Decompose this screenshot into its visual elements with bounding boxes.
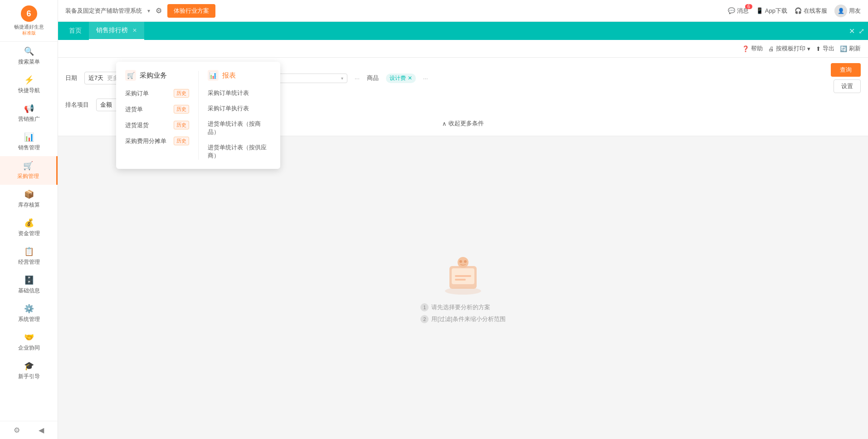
svg-rect-7 — [455, 279, 466, 281]
print-btn[interactable]: 🖨 按模板打印 ▾ — [768, 44, 810, 53]
marketing-icon: 📢 — [24, 104, 34, 113]
sidebar-collapse-btn[interactable]: ◀ — [39, 426, 44, 434]
sidebar-settings-btn[interactable]: ⚙ — [14, 426, 20, 434]
main-content: 装备及固定资产辅助管理系统 ▾ ⚙ 体验行业方案 💬 消息 6 📱 App下载 … — [58, 0, 868, 439]
menu-item-inbound-stats-goods[interactable]: 进货单统计表（按商品） — [202, 116, 277, 140]
sidebar-item-purchase[interactable]: 🛒采购管理 — [0, 156, 58, 185]
goods-more-dots[interactable]: ··· — [423, 75, 428, 82]
sidebar-item-newbie[interactable]: 🎓新手引导 — [0, 356, 58, 385]
sidebar-item-sales[interactable]: 📊销售管理 — [0, 128, 58, 156]
history-badge-2: 历史 — [174, 121, 189, 129]
empty-tips: 1 请先选择要分析的方案 2 用[过滤]条件来缩小分析范围 — [420, 303, 505, 323]
filter-settings-btn[interactable]: 设置 — [834, 79, 861, 93]
newbie-icon: 🎓 — [24, 361, 34, 371]
tab-sales-rank-label: 销售排行榜 — [96, 26, 128, 35]
logo-icon: 6 — [21, 5, 37, 22]
purchase-icon: 🛒 — [23, 161, 33, 171]
purchase-header-icon: 🛒 — [125, 70, 136, 81]
sidebar-item-search[interactable]: 🔍搜索菜单 — [0, 42, 58, 70]
user-label: 用友 — [849, 7, 861, 15]
history-badge-0: 历史 — [174, 89, 189, 98]
collapse-label: 收起更多条件 — [449, 119, 484, 128]
status-select[interactable]: ▾ — [275, 74, 347, 83]
menu-item-inbound-return[interactable]: 进货退货 历史 — [120, 117, 195, 133]
system-title: 装备及固定资产辅助管理系统 — [65, 7, 142, 15]
system-title-chevron[interactable]: ▾ — [147, 8, 150, 14]
sidebar-item-finance[interactable]: 💰资金管理 — [0, 213, 58, 242]
tab-close-btn[interactable]: ✕ — [849, 27, 855, 35]
sidebar: 6 畅捷通好生意 标准版 🔍搜索菜单⚡快捷导航📢营销推广📊销售管理🛒采购管理📦库… — [0, 0, 58, 439]
collapse-btn[interactable]: ∧ 收起更多条件 — [439, 117, 487, 130]
goods-label: 商品 — [367, 74, 379, 82]
export-btn[interactable]: ⬆ 导出 — [816, 44, 834, 53]
app-download-label: App下载 — [765, 7, 787, 15]
system-icon: ⚙️ — [24, 304, 34, 314]
app-download-btn[interactable]: 📱 App下载 — [756, 7, 787, 15]
goods-tag-close[interactable]: ✕ — [408, 75, 412, 81]
menu-item-inbound-stats-supplier[interactable]: 进货单统计表（按供应商） — [202, 140, 277, 163]
tab-sales-rank[interactable]: 销售排行榜 ✕ — [89, 22, 144, 40]
phone-icon: 📱 — [756, 7, 763, 14]
history-badge-3: 历史 — [174, 137, 189, 145]
dropdown-menu: 🛒 采购业务 采购订单 历史 进货单 历史 进货退货 历史 — [116, 62, 280, 169]
sidebar-logo: 6 畅捷通好生意 标准版 — [0, 0, 58, 42]
tab-home[interactable]: 首页 — [62, 22, 89, 40]
sales-icon: 📊 — [24, 132, 34, 142]
export-label: 导出 — [823, 44, 834, 53]
menu-item-order-stats[interactable]: 采购订单统计表 — [202, 85, 277, 101]
goods-tag[interactable]: 设计费 ✕ — [386, 74, 416, 83]
rank-label: 排名项目 — [65, 101, 89, 109]
tab-close-icon[interactable]: ✕ — [132, 27, 137, 34]
tab-maximize-btn[interactable]: ⤢ — [858, 27, 864, 35]
menu-col-report: 📊 报表 采购订单统计表 采购订单执行表 进货单统计表（按商品） 进货单统计表（… — [199, 67, 281, 163]
help-btn[interactable]: ❓ 帮助 — [742, 44, 763, 53]
menu-item-inbound[interactable]: 进货单 历史 — [120, 101, 195, 117]
headset-icon: 🎧 — [795, 7, 802, 14]
empty-tip-2: 2 用[过滤]条件来缩小分析范围 — [420, 315, 505, 323]
top-bar: 装备及固定资产辅助管理系统 ▾ ⚙ 体验行业方案 💬 消息 6 📱 App下载 … — [58, 0, 868, 22]
msg-btn[interactable]: 💬 消息 6 — [728, 7, 749, 15]
sidebar-item-system[interactable]: ⚙️系统管理 — [0, 299, 58, 328]
operation-icon: 📋 — [24, 247, 34, 256]
enterprise-icon: 🤝 — [24, 332, 34, 342]
purchase-header-label: 采购业务 — [140, 71, 167, 80]
menu-item-order-exec[interactable]: 采购订单执行表 — [202, 101, 277, 116]
empty-tip-1: 1 请先选择要分析的方案 — [420, 303, 505, 311]
print-chevron: ▾ — [807, 45, 810, 52]
sidebar-item-marketing[interactable]: 📢营销推广 — [0, 99, 58, 128]
industry-btn[interactable]: 体验行业方案 — [167, 4, 215, 18]
refresh-icon: 🔄 — [840, 45, 847, 52]
sidebar-item-quick-nav[interactable]: ⚡快捷导航 — [0, 70, 58, 99]
msg-icon: 💬 — [728, 7, 735, 14]
refresh-btn[interactable]: 🔄 刷新 — [840, 44, 861, 53]
print-label: 按模板打印 — [776, 44, 805, 53]
print-icon: 🖨 — [768, 45, 774, 52]
collapse-up-icon: ∧ — [442, 120, 447, 127]
export-icon: ⬆ — [816, 45, 821, 52]
top-bar-actions: 💬 消息 6 📱 App下载 🎧 在线客服 👤 用友 — [728, 5, 861, 17]
sidebar-item-operation[interactable]: 📋经营管理 — [0, 242, 58, 271]
report-header-icon: 📊 — [208, 70, 219, 81]
menu-item-purchase-order[interactable]: 采购订单 历史 — [120, 85, 195, 101]
menu-item-purchase-expense[interactable]: 采购费用分摊单 历史 — [120, 133, 195, 149]
purchase-menu-header: 🛒 采购业务 — [120, 67, 195, 85]
help-icon: ❓ — [742, 45, 749, 52]
sidebar-item-basic[interactable]: 🗄️基础信息 — [0, 271, 58, 299]
search-icon: 🔍 — [24, 46, 34, 56]
svg-point-3 — [458, 257, 468, 268]
tab-controls: ✕ ⤢ — [849, 27, 864, 35]
help-label: 帮助 — [751, 44, 763, 53]
date-label: 日期 — [65, 74, 77, 82]
top-settings-icon[interactable]: ⚙ — [156, 6, 162, 15]
user-btn[interactable]: 👤 用友 — [834, 5, 861, 17]
online-service-label: 在线客服 — [804, 7, 827, 15]
sidebar-footer: ⚙ ◀ — [0, 421, 58, 439]
sidebar-item-inventory[interactable]: 📦库存核算 — [0, 185, 58, 213]
sidebar-item-enterprise[interactable]: 🤝企业协同 — [0, 328, 58, 356]
report-header-label: 报表 — [222, 71, 236, 80]
svg-point-5 — [464, 260, 467, 263]
query-btn[interactable]: 查询 — [831, 63, 861, 77]
online-service-btn[interactable]: 🎧 在线客服 — [795, 7, 827, 15]
quick-nav-icon: ⚡ — [24, 75, 34, 85]
logo-text: 畅捷通好生意 标准版 — [14, 24, 44, 36]
